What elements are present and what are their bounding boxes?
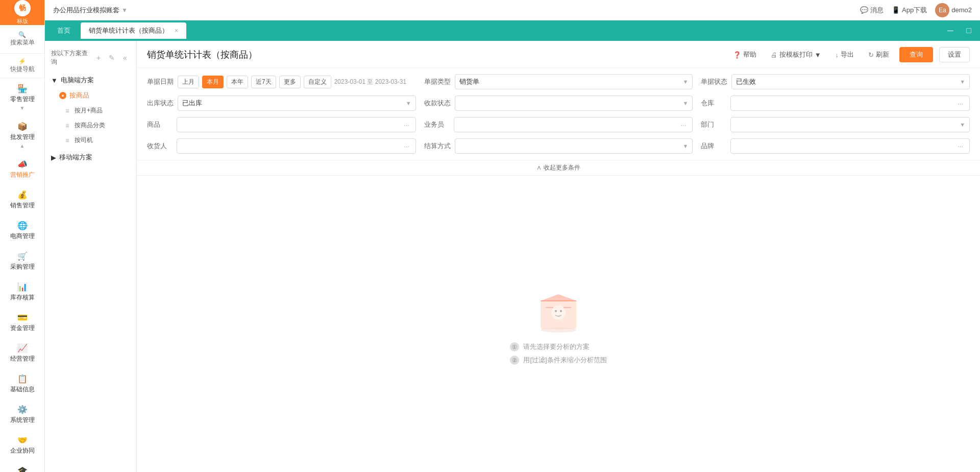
date-group: 上月 本月 本年 近7天 更多 自定义 2023-03-01 至 2023-03…: [178, 76, 416, 88]
export-label: 导出: [841, 50, 854, 59]
print-btn[interactable]: 🖨 按模板打印 ▼: [767, 48, 825, 61]
sidebar-item-system[interactable]: ⚙️ 系统管理: [0, 399, 44, 430]
inventory-icon: 📊: [17, 281, 28, 292]
receiver-label: 收货人: [147, 141, 173, 151]
finance-label: 资金管理: [10, 324, 35, 333]
user-name: demo2: [951, 6, 972, 14]
collapse-panel-btn[interactable]: «: [120, 53, 130, 63]
salesperson-dots[interactable]: ···: [679, 121, 689, 129]
brand-label: 品牌: [701, 141, 726, 151]
order-type-select[interactable]: 销货单 ▼: [455, 74, 693, 89]
date-7days-btn[interactable]: 近7天: [251, 76, 276, 88]
tab-sales-report[interactable]: 销货单统计计表（按商品） ×: [81, 22, 186, 39]
brand-dots[interactable]: ···: [955, 143, 965, 150]
payment-status-select[interactable]: ▼: [455, 96, 693, 111]
filter-date-field: 单据日期 上月 本月 本年 近7天 更多 自定义 2023-03-01 至 20…: [147, 76, 416, 88]
logo-text: 标版: [17, 17, 28, 25]
filter-goods-field: 商品 ···: [147, 117, 416, 132]
filter-payment-status-field: 收款状态 ▼: [424, 96, 693, 111]
message-icon: 💬: [860, 6, 868, 14]
left-panel-title: 按以下方案查询: [51, 49, 90, 66]
sidebar-item-operations[interactable]: 📈 经营管理: [0, 338, 44, 368]
sub-icon-2: ≡: [63, 122, 71, 130]
app-download-btn[interactable]: 📱 App下载: [892, 6, 927, 15]
enterprise-icon: 🤝: [17, 435, 28, 445]
avatar: Ea: [935, 3, 949, 17]
department-select[interactable]: ▼: [730, 117, 970, 132]
export-btn[interactable]: ↓ 导出: [831, 48, 859, 61]
sidebar-item-sales[interactable]: 💰 销售管理: [0, 184, 44, 215]
goods-dots[interactable]: ···: [402, 121, 411, 129]
receiver-dots[interactable]: ···: [402, 143, 411, 150]
date-prev-btn[interactable]: 上月: [178, 76, 199, 88]
collapse-bar[interactable]: ∧ 收起更多条件: [137, 160, 980, 176]
left-panel: 按以下方案查询 + ✎ « ▼ 电脑端方案 ● 按商品 ≡ 按月+商品: [45, 41, 137, 472]
tree-item-by-category[interactable]: ≡ 按商品分类: [45, 118, 136, 133]
app-logo[interactable]: 畅 标版: [0, 0, 45, 25]
sidebar-item-wholesale[interactable]: 📦 批发管理 ▲: [0, 116, 44, 154]
empty-state: ① 请先选择要分析的方案 ② 用[过滤]条件来缩小分析范围: [137, 176, 980, 472]
settings-btn[interactable]: 设置: [939, 47, 970, 62]
sidebar-quick-nav[interactable]: ⚡ 快捷导航: [0, 54, 44, 78]
content-area: 按以下方案查询 + ✎ « ▼ 电脑端方案 ● 按商品 ≡ 按月+商品: [45, 41, 980, 472]
receiver-input[interactable]: ···: [177, 138, 416, 154]
warehouse-label: 仓库: [701, 99, 726, 108]
message-btn[interactable]: 💬 消息: [860, 6, 884, 15]
help-icon: ❓: [733, 51, 741, 59]
sidebar-item-marketing[interactable]: 📣 营销推广: [0, 154, 44, 184]
tree-item-by-driver[interactable]: ≡ 按司机: [45, 133, 136, 148]
tab-maximize-btn[interactable]: □: [962, 23, 976, 38]
filter-order-status-field: 单据状态 已生效 ▼: [701, 74, 970, 89]
order-type-value: 销货单: [459, 77, 479, 86]
sidebar-item-ecom[interactable]: 🌐 电商管理: [0, 215, 44, 246]
desktop-scheme-parent[interactable]: ▼ 电脑端方案: [45, 73, 136, 88]
date-more-btn[interactable]: 更多: [279, 76, 301, 88]
tab-home[interactable]: 首页: [49, 22, 79, 39]
purchase-label: 采购管理: [10, 263, 35, 271]
filter-department-field: 部门 ▼: [701, 117, 970, 132]
tree-item-by-goods[interactable]: ● 按商品: [45, 88, 136, 103]
warehouse-dots[interactable]: ···: [955, 100, 965, 107]
mobile-arrow: ▶: [51, 154, 56, 161]
wh-status-select[interactable]: 已出库 ▼: [178, 96, 416, 111]
date-year-btn[interactable]: 本年: [227, 76, 248, 88]
brand-input[interactable]: ···: [730, 138, 970, 154]
svg-point-8: [541, 327, 576, 333]
goods-input[interactable]: ···: [177, 117, 416, 132]
tab-bar: 首页 销货单统计计表（按商品） × ─ □: [45, 20, 980, 41]
order-status-select[interactable]: 已生效 ▼: [731, 74, 970, 89]
salesperson-label: 业务员: [424, 120, 450, 129]
query-btn[interactable]: 查询: [899, 47, 933, 62]
sidebar-search[interactable]: 🔍 搜索菜单: [0, 25, 44, 54]
settlement-select[interactable]: ▼: [455, 138, 693, 154]
sidebar-item-guide[interactable]: 🎓 新手引导: [0, 460, 44, 472]
sidebar-item-finance[interactable]: 💳 资金管理: [0, 307, 44, 338]
sidebar-item-enterprise[interactable]: 🤝 企业协同: [0, 430, 44, 460]
retail-arrow: ▼: [20, 105, 25, 111]
order-status-value: 已生效: [736, 77, 756, 86]
sidebar-item-purchase[interactable]: 🛒 采购管理: [0, 246, 44, 276]
sidebar-item-retail[interactable]: 🏪 零售管理 ▼: [0, 78, 44, 116]
active-dot: ●: [59, 92, 66, 99]
help-label: 帮助: [743, 50, 756, 59]
salesperson-input[interactable]: ···: [454, 117, 693, 132]
refresh-btn[interactable]: ↻ 刷新: [864, 48, 893, 61]
topbar-title-arrow: ▼: [121, 7, 128, 14]
inventory-label: 库存核算: [10, 293, 35, 302]
print-icon: 🖨: [771, 51, 777, 59]
empty-text-item-2: ② 用[过滤]条件来缩小分析范围: [510, 356, 606, 365]
mobile-scheme-section[interactable]: ▶ 移动端方案: [45, 150, 136, 165]
tab-minimize-btn[interactable]: ─: [943, 23, 958, 38]
wholesale-icon: 📦: [17, 121, 28, 131]
user-profile[interactable]: Ea demo2: [935, 3, 972, 17]
tree-item-by-month-goods[interactable]: ≡ 按月+商品: [45, 103, 136, 118]
date-curr-btn[interactable]: 本月: [202, 76, 224, 88]
sidebar-item-inventory[interactable]: 📊 库存核算: [0, 276, 44, 307]
date-custom-btn[interactable]: 自定义: [304, 76, 331, 88]
edit-scheme-btn[interactable]: ✎: [107, 53, 117, 63]
tab-close-icon[interactable]: ×: [175, 27, 178, 34]
help-btn[interactable]: ❓ 帮助: [729, 48, 761, 61]
sidebar-item-basic[interactable]: 📋 基础信息: [0, 368, 44, 399]
add-scheme-btn[interactable]: +: [93, 53, 104, 63]
warehouse-input[interactable]: ···: [730, 96, 970, 111]
